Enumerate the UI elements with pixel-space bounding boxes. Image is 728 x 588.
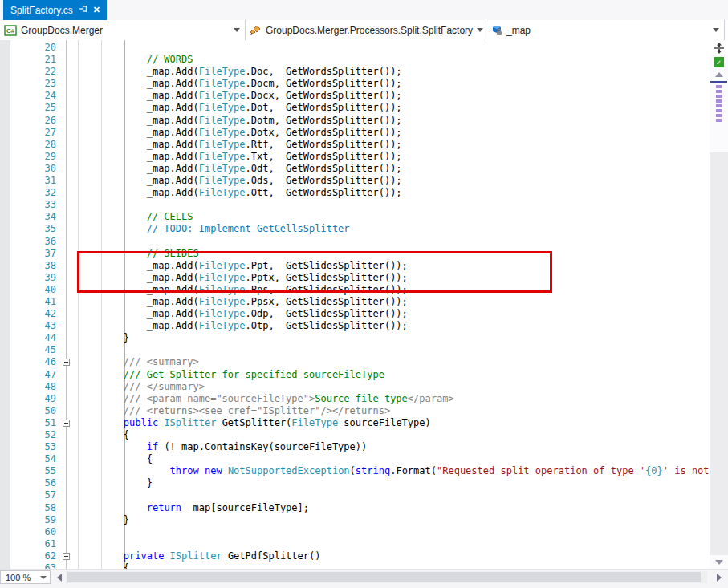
code-text[interactable]	[77, 538, 710, 550]
code-line[interactable]: 36	[0, 236, 710, 248]
vertical-scrollbar[interactable]: ✓	[710, 40, 728, 570]
code-text[interactable]	[77, 236, 710, 248]
code-line[interactable]: 39 _map.Add(FileType.Pptx, GetSlidesSpli…	[0, 272, 710, 284]
code-text[interactable]: _map.Add(FileType.Txt, GetWordsSplitter(…	[77, 151, 710, 163]
code-line[interactable]: 45	[0, 344, 710, 356]
code-line[interactable]: 20	[0, 42, 710, 54]
code-line[interactable]: 62 private ISplitter GetPdfSplitter()	[0, 550, 710, 562]
code-line[interactable]: 40 _map.Add(FileType.Pps, GetSlidesSplit…	[0, 284, 710, 296]
code-text[interactable]: // SLIDES	[77, 248, 710, 260]
scroll-right-icon[interactable]	[717, 574, 722, 582]
code-line[interactable]: 46 /// <summary>	[0, 356, 710, 368]
code-text[interactable]: }	[77, 477, 710, 489]
code-text[interactable]: throw new NotSupportedException(string.F…	[77, 465, 710, 477]
health-check-icon[interactable]: ✓	[714, 57, 724, 67]
code-line[interactable]: 32 _map.Add(FileType.Ott, GetWordsSplitt…	[0, 187, 710, 199]
code-line[interactable]: 23 _map.Add(FileType.Docm, GetWordsSplit…	[0, 78, 710, 90]
code-line[interactable]: 50 /// <returns><see cref="ISplitter"/><…	[0, 405, 710, 417]
code-text[interactable]: {	[77, 453, 710, 465]
code-text[interactable]: _map.Add(FileType.Odt, GetWordsSplitter(…	[77, 163, 710, 175]
code-line[interactable]: 53 if (!_map.ContainsKey(sourceFileType)…	[0, 441, 710, 453]
code-line[interactable]: 49 /// <param name="sourceFileType">Sour…	[0, 393, 710, 405]
code-text[interactable]	[77, 42, 710, 54]
code-rows[interactable]: 2021 // WORDS22 _map.Add(FileType.Doc, G…	[0, 42, 710, 570]
scroll-down-icon[interactable]	[715, 560, 723, 565]
type-dropdown[interactable]: GroupDocs.Merger.Processors.Split.SplitF…	[246, 20, 486, 40]
code-text[interactable]: _map.Add(FileType.Docm, GetWordsSplitter…	[77, 78, 710, 90]
code-line[interactable]: 47 /// Get Splitter for specified source…	[0, 369, 710, 381]
code-line[interactable]: 61	[0, 538, 710, 550]
code-text[interactable]	[77, 344, 710, 356]
code-text[interactable]: /// <summary>	[77, 356, 710, 368]
vertical-scrollbar-track[interactable]	[710, 152, 728, 555]
scroll-left-icon[interactable]	[57, 574, 62, 582]
close-icon[interactable]: ✕	[93, 6, 100, 14]
code-text[interactable]: // WORDS	[77, 54, 710, 66]
code-text[interactable]: private ISplitter GetPdfSplitter()	[77, 550, 710, 562]
code-line[interactable]: 25 _map.Add(FileType.Dot, GetWordsSplitt…	[0, 102, 710, 114]
code-line[interactable]: 41 _map.Add(FileType.Ppsx, GetSlidesSpli…	[0, 296, 710, 308]
code-text[interactable]: public ISplitter GetSplitter(FileType so…	[77, 417, 710, 429]
code-line[interactable]: 21 // WORDS	[0, 54, 710, 66]
code-text[interactable]: _map.Add(FileType.Ods, GetWordsSplitter(…	[77, 175, 710, 187]
code-text[interactable]: _map.Add(FileType.Dot, GetWordsSplitter(…	[77, 102, 710, 114]
zoom-level-select[interactable]: 100 %	[0, 570, 51, 584]
code-text[interactable]: {	[77, 429, 710, 441]
code-text[interactable]: _map.Add(FileType.Pptx, GetSlidesSplitte…	[77, 272, 710, 284]
code-text[interactable]: return _map[sourceFileType];	[77, 502, 710, 514]
member-dropdown[interactable]: _map	[486, 20, 725, 40]
code-text[interactable]: _map.Add(FileType.Dotx, GetWordsSplitter…	[77, 127, 710, 139]
code-text[interactable]: if (!_map.ContainsKey(sourceFileType))	[77, 441, 710, 453]
code-text[interactable]: /// <returns><see cref="ISplitter"/></re…	[77, 405, 710, 417]
code-editor[interactable]: 2021 // WORDS22 _map.Add(FileType.Doc, G…	[0, 40, 728, 570]
code-line[interactable]: 28 _map.Add(FileType.Rtf, GetWordsSplitt…	[0, 139, 710, 151]
code-line[interactable]: 33	[0, 199, 710, 211]
code-text[interactable]: _map.Add(FileType.Dotm, GetWordsSplitter…	[77, 115, 710, 127]
project-dropdown[interactable]: C# GroupDocs.Merger	[0, 20, 246, 40]
horizontal-scrollbar-track[interactable]	[66, 571, 707, 583]
code-line[interactable]: 43 _map.Add(FileType.Otp, GetSlidesSplit…	[0, 320, 710, 332]
code-line[interactable]: 37 // SLIDES	[0, 248, 710, 260]
code-line[interactable]: 54 {	[0, 453, 710, 465]
fold-toggle[interactable]	[63, 420, 70, 427]
code-line[interactable]: 26 _map.Add(FileType.Dotm, GetWordsSplit…	[0, 115, 710, 127]
code-text[interactable]	[77, 199, 710, 211]
code-line[interactable]: 57	[0, 489, 710, 501]
code-text[interactable]: _map.Add(FileType.Ott, GetWordsSplitter(…	[77, 187, 710, 199]
code-line[interactable]: 48 /// </summary>	[0, 381, 710, 393]
code-line[interactable]: 59 }	[0, 514, 710, 526]
splitter-grip-icon[interactable]	[710, 41, 728, 55]
fold-toggle[interactable]	[63, 359, 70, 366]
code-line[interactable]: 30 _map.Add(FileType.Odt, GetWordsSplitt…	[0, 163, 710, 175]
code-line[interactable]: 60	[0, 526, 710, 538]
code-text[interactable]: // TODO: Implement GetCellsSplitter	[77, 223, 710, 235]
code-text[interactable]: }	[77, 332, 710, 344]
code-text[interactable]	[77, 489, 710, 501]
code-text[interactable]: /// </summary>	[77, 381, 710, 393]
code-text[interactable]: /// <param name="sourceFileType">Source …	[77, 393, 710, 405]
code-text[interactable]: _map.Add(FileType.Odp, GetSlidesSplitter…	[77, 308, 710, 320]
code-line[interactable]: 51 public ISplitter GetSplitter(FileType…	[0, 417, 710, 429]
code-line[interactable]: 42 _map.Add(FileType.Odp, GetSlidesSplit…	[0, 308, 710, 320]
scroll-up-icon[interactable]	[715, 72, 723, 77]
code-text[interactable]: _map.Add(FileType.Ppt, GetSlidesSplitter…	[77, 260, 710, 272]
code-text[interactable]: _map.Add(FileType.Pps, GetSlidesSplitter…	[77, 284, 710, 296]
code-text[interactable]: /// Get Splitter for specified sourceFil…	[77, 369, 710, 381]
code-line[interactable]: 56 }	[0, 477, 710, 489]
pin-icon[interactable]	[79, 6, 87, 14]
fold-toggle[interactable]	[63, 553, 70, 560]
code-line[interactable]: 55 throw new NotSupportedException(strin…	[0, 465, 710, 477]
tab-splitfactory[interactable]: SplitFactory.cs ✕	[3, 0, 107, 20]
code-line[interactable]: 58 return _map[sourceFileType];	[0, 502, 710, 514]
code-text[interactable]: // CELLS	[77, 211, 710, 223]
code-line[interactable]: 34 // CELLS	[0, 211, 710, 223]
code-text[interactable]: _map.Add(FileType.Rtf, GetWordsSplitter(…	[77, 139, 710, 151]
horizontal-scrollbar-thumb[interactable]	[67, 572, 701, 582]
code-line[interactable]: 29 _map.Add(FileType.Txt, GetWordsSplitt…	[0, 151, 710, 163]
code-line[interactable]: 52 {	[0, 429, 710, 441]
code-text[interactable]: }	[77, 514, 710, 526]
code-line[interactable]: 27 _map.Add(FileType.Dotx, GetWordsSplit…	[0, 127, 710, 139]
code-line[interactable]: 38 _map.Add(FileType.Ppt, GetSlidesSplit…	[0, 260, 710, 272]
code-line[interactable]: 35 // TODO: Implement GetCellsSplitter	[0, 223, 710, 235]
code-text[interactable]: _map.Add(FileType.Doc, GetWordsSplitter(…	[77, 66, 710, 78]
